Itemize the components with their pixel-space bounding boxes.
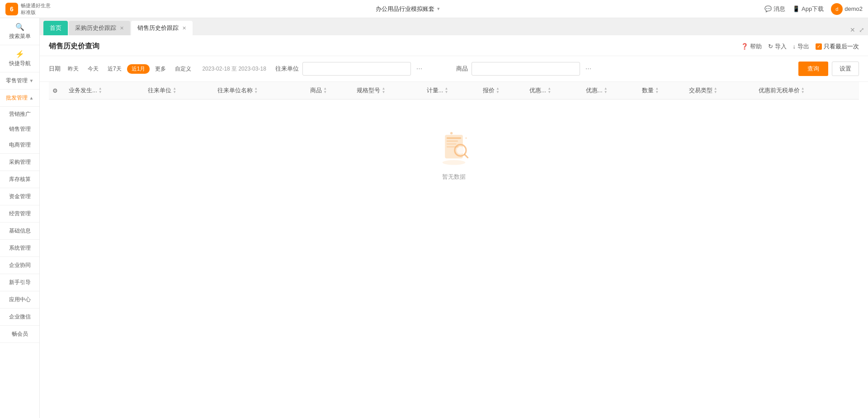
empty-state: 暂无数据: [49, 100, 859, 199]
col-partner-name[interactable]: 往来单位名称 ▲▼: [214, 82, 307, 100]
import-action[interactable]: ↻ 导入: [768, 43, 787, 51]
goods-label: 商品: [456, 65, 468, 73]
import-icon: ↻: [768, 43, 773, 50]
tab-purchase-history[interactable]: 采购历史价跟踪 ✕: [69, 21, 130, 35]
col-partner-code[interactable]: 往来单位 ▲▼: [144, 82, 214, 100]
sidebar-item-member[interactable]: 畅会员: [0, 326, 39, 343]
close-tab-icon[interactable]: ✕: [850, 26, 855, 33]
app-selector-arrow[interactable]: ▾: [437, 6, 440, 12]
close-sales-history-icon[interactable]: ✕: [182, 25, 186, 31]
date-opt-yesterday[interactable]: 昨天: [64, 64, 82, 74]
date-filter-group: 日期 昨天 今天 近7天 近1月 更多 自定义 2023-02-18 至 202…: [49, 64, 266, 74]
empty-illustration: [434, 127, 474, 167]
app-download-action[interactable]: 📱 App下载: [793, 5, 824, 13]
sidebar-item-retail[interactable]: 零售管理 ▼: [0, 72, 39, 90]
sidebar-item-ecom[interactable]: 电商管理: [0, 137, 39, 154]
search-icon: 🔍: [15, 23, 24, 31]
app-selector[interactable]: 办公用品行业模拟账套 ▾: [376, 5, 440, 13]
sort-icon: ▲▼: [444, 87, 448, 94]
sidebar-item-finance[interactable]: 资金管理: [0, 188, 39, 205]
svg-point-10: [465, 137, 467, 139]
date-opt-today[interactable]: 今天: [84, 64, 102, 74]
goods-dots-btn[interactable]: ···: [584, 65, 593, 73]
sidebar: 🔍 搜索菜单 ⚡ 快捷导航 零售管理 ▼ 批发管理 ▲ 营销推广 销售管理 电商…: [0, 18, 40, 418]
message-action[interactable]: 💬 消息: [764, 5, 785, 13]
sidebar-item-newbie[interactable]: 新手引导: [0, 274, 39, 291]
filter-actions: 查询 设置: [798, 62, 859, 76]
sidebar-item-sales-mgmt[interactable]: 销售管理: [0, 122, 39, 137]
chevron-up-icon: ▲: [29, 95, 34, 100]
top-bar-right: 💬 消息 📱 App下载 d demo2: [764, 3, 863, 15]
chevron-down-icon: ▼: [29, 78, 34, 83]
col-tx-type[interactable]: 交易类型 ▲▼: [685, 82, 755, 100]
col-qty[interactable]: 数量 ▲▼: [638, 82, 685, 100]
checkbox-checked-icon: ✓: [816, 43, 822, 50]
sort-icon: ▲▼: [547, 87, 551, 94]
logo-icon: 6: [5, 3, 18, 15]
col-spec[interactable]: 规格型号 ▲▼: [353, 82, 423, 100]
sort-icon: ▲▼: [323, 87, 327, 94]
page-title: 销售历史价查询: [49, 42, 99, 51]
page-header-actions: ❓ 帮助 ↻ 导入 ↓ 导出 ✓ 只看最后一次: [741, 43, 859, 51]
sidebar-item-marketing[interactable]: 营销推广: [0, 107, 39, 122]
sidebar-item-enterprise[interactable]: 企业协同: [0, 257, 39, 274]
col-biz-date[interactable]: 业务发生... ▲▼: [65, 82, 144, 100]
export-action[interactable]: ↓ 导出: [793, 43, 810, 51]
show-last-checkbox[interactable]: ✓ 只看最后一次: [816, 43, 859, 51]
top-bar: 6 畅捷通好生意 标准版 办公用品行业模拟账套 ▾ 💬 消息 📱 App下载 d…: [0, 0, 868, 18]
message-icon: 💬: [764, 5, 772, 12]
col-goods[interactable]: 商品 ▲▼: [307, 82, 353, 100]
col-discount2[interactable]: 优惠... ▲▼: [582, 82, 638, 100]
tab-sales-history[interactable]: 销售历史价跟踪 ✕: [131, 21, 193, 35]
gear-icon[interactable]: ⚙: [52, 87, 58, 94]
maximize-icon[interactable]: ⤢: [859, 26, 864, 33]
svg-point-9: [450, 132, 453, 134]
tab-home[interactable]: 首页: [43, 21, 68, 35]
page-content: 销售历史价查询 ❓ 帮助 ↻ 导入 ↓ 导出 ✓: [40, 35, 868, 418]
col-price[interactable]: 报价 ▲▼: [479, 82, 526, 100]
svg-point-7: [457, 147, 464, 154]
sidebar-item-purchase[interactable]: 采购管理: [0, 154, 39, 171]
date-opt-custom[interactable]: 自定义: [171, 64, 195, 74]
date-range-display: 2023-02-18 至 2023-03-18: [202, 65, 266, 73]
col-gear[interactable]: ⚙: [49, 82, 65, 100]
sidebar-item-inventory[interactable]: 库存核算: [0, 171, 39, 188]
export-icon: ↓: [793, 43, 796, 50]
partner-label: 往来单位: [275, 65, 299, 73]
avatar: d: [831, 3, 843, 15]
sort-icon: ▲▼: [496, 87, 500, 94]
date-opt-more[interactable]: 更多: [151, 64, 170, 74]
goods-input[interactable]: [472, 62, 580, 76]
goods-filter-group: 商品 ···: [456, 62, 628, 76]
sidebar-item-search-menu[interactable]: 🔍 搜索菜单: [0, 18, 39, 45]
sidebar-item-basic-info[interactable]: 基础信息: [0, 223, 39, 240]
user-area[interactable]: d demo2: [831, 3, 863, 15]
col-unit[interactable]: 计量... ▲▼: [423, 82, 479, 100]
data-table: ⚙ 业务发生... ▲▼ 往来单位: [49, 82, 859, 100]
main-layout: 🔍 搜索菜单 ⚡ 快捷导航 零售管理 ▼ 批发管理 ▲ 营销推广 销售管理 电商…: [0, 18, 868, 418]
sidebar-item-wholesale[interactable]: 批发管理 ▲: [0, 90, 39, 107]
content-area: 首页 采购历史价跟踪 ✕ 销售历史价跟踪 ✕ ✕ ⤢ 销售历史价查询: [40, 18, 868, 418]
sort-icon: ▲▼: [655, 87, 659, 94]
sidebar-item-ops[interactable]: 经营管理: [0, 205, 39, 223]
date-options: 昨天 今天 近7天 近1月 更多 自定义: [64, 64, 195, 74]
date-opt-1month[interactable]: 近1月: [127, 64, 150, 74]
filter-bar: 日期 昨天 今天 近7天 近1月 更多 自定义 2023-02-18 至 202…: [40, 56, 868, 82]
setting-button[interactable]: 设置: [832, 62, 859, 76]
sidebar-item-app-center[interactable]: 应用中心: [0, 291, 39, 309]
sidebar-item-sys-mgmt[interactable]: 系统管理: [0, 240, 39, 257]
tab-bar: 首页 采购历史价跟踪 ✕ 销售历史价跟踪 ✕ ✕ ⤢: [40, 18, 868, 35]
help-action[interactable]: ❓ 帮助: [741, 43, 762, 51]
svg-rect-2: [447, 137, 461, 139]
close-purchase-history-icon[interactable]: ✕: [120, 25, 124, 31]
svg-line-8: [464, 154, 467, 157]
query-button[interactable]: 查询: [798, 62, 828, 76]
sidebar-item-wechat[interactable]: 企业微信: [0, 309, 39, 326]
col-pre-tax[interactable]: 优惠前无税单价 ▲▼: [755, 82, 859, 100]
partner-input[interactable]: [302, 62, 411, 76]
col-discount1[interactable]: 优惠... ▲▼: [526, 82, 582, 100]
lightning-icon: ⚡: [15, 50, 24, 58]
date-opt-7days[interactable]: 近7天: [104, 64, 125, 74]
sidebar-item-quick-nav[interactable]: ⚡ 快捷导航: [0, 45, 39, 72]
partner-dots-btn[interactable]: ···: [415, 65, 424, 73]
